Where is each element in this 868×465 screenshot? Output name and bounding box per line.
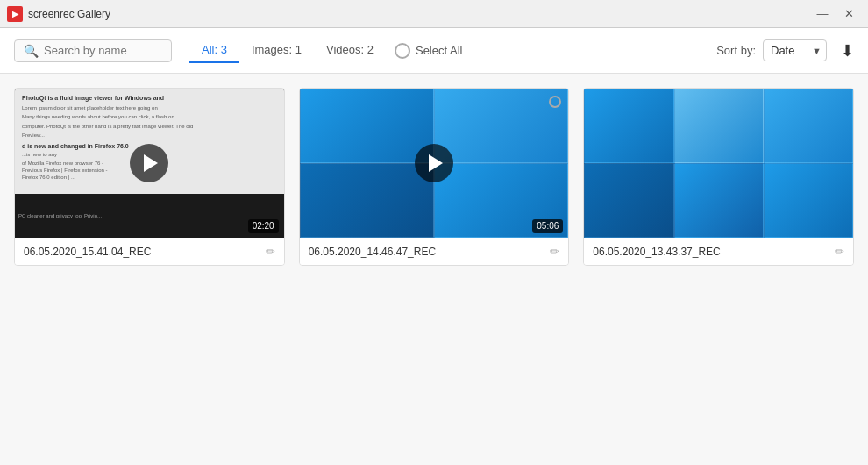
duration-badge-1: 02:20: [248, 219, 279, 232]
win-pane3-1: [584, 89, 673, 163]
thumb-1-bottom: PC cleaner and privacy tool Privio...: [15, 194, 284, 238]
gallery-item-2[interactable]: 05:06 06.05.2020_14.46.47_REC ✏: [299, 88, 570, 266]
item-name-2: 06.05.2020_14.46.47_REC: [309, 246, 436, 258]
gallery-grid: PhotoQt is a fluid image viewer for Wind…: [14, 88, 854, 266]
play-triangle-icon-2: [429, 154, 443, 172]
filter-tabs: All: 3 Images: 1 Videos: 2 Select All: [189, 38, 716, 63]
item-info-3: 06.05.2020_13.43.37_REC ✏: [584, 238, 853, 265]
thumbnail-3: [584, 89, 853, 238]
duration-badge-2: 05:06: [532, 219, 563, 232]
title-bar: ▶ screenrec Gallery — ✕: [0, 0, 868, 28]
win-pane3-5: [674, 163, 764, 238]
filter-tab-all[interactable]: All: 3: [189, 38, 239, 63]
win-pane3-4: [584, 163, 673, 238]
gallery-item-3[interactable]: 06.05.2020_13.43.37_REC ✏: [583, 88, 854, 266]
windows-grid-3: [584, 89, 853, 238]
item-name-1: 06.05.2020_15.41.04_REC: [24, 246, 151, 258]
download-button[interactable]: ⬇: [841, 41, 854, 61]
gallery-item-1[interactable]: PhotoQt is a fluid image viewer for Wind…: [14, 88, 285, 266]
play-button-1[interactable]: [130, 144, 168, 182]
sort-select[interactable]: Date Name Size: [763, 39, 827, 61]
item-info-2: 06.05.2020_14.46.47_REC ✏: [300, 238, 569, 265]
close-button[interactable]: ✕: [836, 5, 861, 23]
sort-container: Sort by: Date Name Size ▼ ⬇: [716, 39, 854, 61]
thumbnail-1: PhotoQt is a fluid image viewer for Wind…: [15, 89, 284, 238]
select-all-container[interactable]: Select All: [395, 43, 462, 59]
app-icon: ▶: [7, 6, 23, 22]
win-pane3-3: [764, 89, 853, 163]
win-pane3-6: [764, 163, 853, 238]
edit-icon-3[interactable]: ✏: [835, 245, 844, 258]
select-all-label: Select All: [416, 44, 462, 57]
item-name-3: 06.05.2020_13.43.37_REC: [593, 246, 720, 258]
search-icon: 🔍: [24, 44, 39, 58]
minimize-button[interactable]: —: [810, 5, 835, 23]
search-container: 🔍: [14, 39, 172, 62]
play-triangle-icon: [144, 154, 158, 172]
filter-tab-videos[interactable]: Videos: 2: [314, 38, 386, 63]
filter-tab-images[interactable]: Images: 1: [239, 38, 314, 63]
play-button-2[interactable]: [415, 144, 453, 182]
gallery-content: PhotoQt is a fluid image viewer for Wind…: [0, 74, 868, 465]
thumbnail-2: 05:06: [300, 89, 569, 238]
win-pane-2: [434, 89, 568, 163]
sort-dropdown-wrapper: Date Name Size ▼: [763, 39, 827, 61]
window-controls: — ✕: [810, 5, 861, 23]
win-pane3-2: [674, 89, 764, 163]
win-pane-1: [300, 89, 434, 163]
toolbar: 🔍 All: 3 Images: 1 Videos: 2 Select All …: [0, 28, 868, 74]
edit-icon-2[interactable]: ✏: [550, 245, 559, 258]
search-input[interactable]: [44, 44, 158, 57]
select-all-radio[interactable]: [395, 43, 410, 59]
win-pane-3: [300, 163, 434, 238]
item-info-1: 06.05.2020_15.41.04_REC ✏: [15, 238, 284, 265]
app-title: screenrec Gallery: [28, 8, 810, 20]
edit-icon-1[interactable]: ✏: [266, 245, 275, 258]
sort-by-label: Sort by:: [716, 44, 756, 57]
